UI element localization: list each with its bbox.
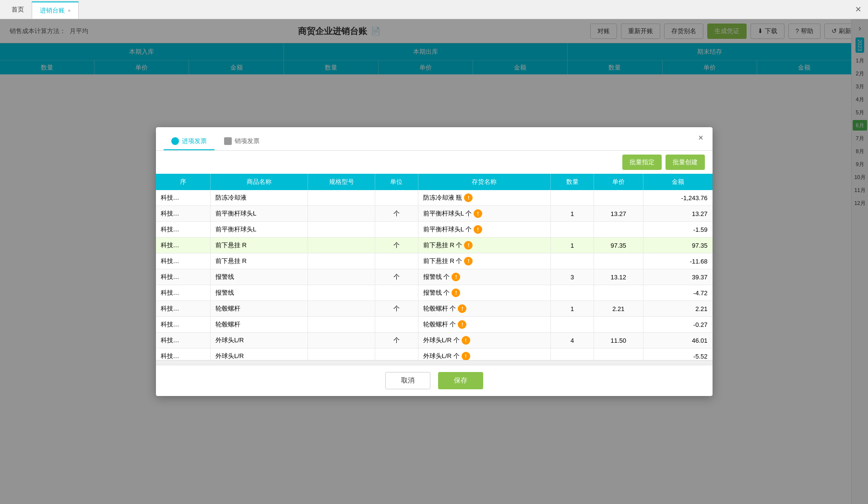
modal-toolbar: 批量指定 批量创建 [156, 151, 713, 174]
tab-ledger-close[interactable]: × [68, 8, 71, 13]
warning-icon: ! [462, 336, 470, 345]
cell-qty [551, 285, 594, 301]
cell-company: 科技… [156, 333, 211, 348]
table-row: 科技… 轮毂螺杆 个 轮毂螺杆 个! 1 2.21 2.21 [156, 301, 713, 317]
cell-price: 97.35 [594, 238, 643, 253]
cell-inventory: 前平衡杆球头L 个! [418, 206, 550, 222]
cell-product: 前平衡杆球头L [210, 206, 308, 222]
sales-invoice-icon [224, 137, 232, 145]
cell-company: 科技… [156, 285, 211, 301]
modal-tab-purchase-label: 进项发票 [182, 137, 207, 145]
modal-tab-purchase[interactable]: 进项发票 [164, 133, 214, 150]
purchase-invoice-icon [171, 137, 179, 145]
cell-amount: 46.01 [643, 333, 712, 348]
cell-spec [308, 190, 375, 206]
table-row: 科技… 报警线 个 报警线 个! 3 13.12 39.37 [156, 269, 713, 285]
table-header-row: 序 商品名称 规格型号 单位 存货名称 数量 单价 金额 [156, 174, 713, 190]
cell-amount: -1,243.76 [643, 190, 712, 206]
tab-ledger[interactable]: 进销台账 × [32, 1, 79, 19]
cell-inventory: 外球头L/R 个! [418, 348, 550, 360]
cell-amount: -11.68 [643, 253, 712, 269]
cell-company: 科技… [156, 269, 211, 285]
col-header-unit: 单位 [375, 174, 418, 190]
table-row: 科技… 前平衡杆球头L 前平衡杆球头L 个! -1.59 [156, 222, 713, 238]
cell-company: 科技… [156, 238, 211, 253]
cell-product: 外球头L/R [210, 333, 308, 348]
cell-inventory: 前下悬挂 R 个! [418, 253, 550, 269]
cell-qty: 1 [551, 206, 594, 222]
cell-spec [308, 206, 375, 222]
cancel-button[interactable]: 取消 [385, 372, 430, 389]
warning-icon: ! [474, 209, 482, 218]
cell-inventory: 报警线 个! [418, 269, 550, 285]
col-header-price: 单价 [594, 174, 643, 190]
cell-qty: 3 [551, 269, 594, 285]
col-header-company: 序 [156, 174, 211, 190]
warning-icon: ! [464, 241, 473, 250]
cell-product: 前平衡杆球头L [210, 222, 308, 238]
cell-spec [308, 301, 375, 317]
cell-inventory: 轮毂螺杆 个! [418, 301, 550, 317]
batch-create-button[interactable]: 批量创建 [666, 155, 705, 170]
col-header-amount: 金额 [643, 174, 712, 190]
cell-unit: 个 [375, 301, 418, 317]
cell-spec [308, 317, 375, 333]
warning-icon: ! [458, 304, 466, 313]
horizontal-scrollbar[interactable] [156, 360, 713, 365]
table-row: 科技… 报警线 报警线 个! -4.72 [156, 285, 713, 301]
warning-icon: ! [464, 193, 473, 202]
cell-unit [375, 222, 418, 238]
window-close-button[interactable]: ✕ [853, 4, 863, 14]
warning-icon: ! [464, 257, 473, 265]
cell-unit: 个 [375, 269, 418, 285]
modal-close-button[interactable]: × [695, 132, 707, 144]
cell-product: 防冻冷却液 [210, 190, 308, 206]
warning-icon: ! [458, 320, 466, 329]
warning-icon: ! [452, 288, 460, 297]
cell-inventory: 外球头L/R 个! [418, 333, 550, 348]
col-header-product: 商品名称 [210, 174, 308, 190]
cell-price: 2.21 [594, 301, 643, 317]
cell-price [594, 222, 643, 238]
table-row: 科技… 前下悬挂 R 个 前下悬挂 R 个! 1 97.35 97.35 [156, 238, 713, 253]
modal-table: 序 商品名称 规格型号 单位 存货名称 数量 单价 金额 科技… 防冻冷却液 [156, 174, 713, 360]
cell-inventory: 轮毂螺杆 个! [418, 317, 550, 333]
table-row: 科技… 外球头L/R 个 外球头L/R 个! 4 11.50 46.01 [156, 333, 713, 348]
cell-product: 报警线 [210, 269, 308, 285]
cell-amount: -1.59 [643, 222, 712, 238]
cell-company: 科技… [156, 317, 211, 333]
tab-bar: 首页 进销台账 × ✕ [0, 0, 868, 19]
modal-header: 进项发票 销项发票 × [156, 127, 713, 151]
cell-product: 轮毂螺杆 [210, 301, 308, 317]
save-button[interactable]: 保存 [438, 372, 483, 389]
col-header-inventory: 存货名称 [418, 174, 550, 190]
cell-price: 11.50 [594, 333, 643, 348]
cell-price: 13.12 [594, 269, 643, 285]
cell-unit: 个 [375, 238, 418, 253]
cell-unit: 个 [375, 333, 418, 348]
batch-assign-button[interactable]: 批量指定 [622, 155, 662, 170]
cell-company: 科技… [156, 301, 211, 317]
table-row: 科技… 前平衡杆球头L 个 前平衡杆球头L 个! 1 13.27 13.27 [156, 206, 713, 222]
cell-product: 前下悬挂 R [210, 238, 308, 253]
cell-company: 科技… [156, 206, 211, 222]
modal-footer: 取消 保存 [156, 365, 713, 396]
cell-qty: 4 [551, 333, 594, 348]
table-row: 科技… 前下悬挂 R 前下悬挂 R 个! -11.68 [156, 253, 713, 269]
cell-amount: -0.27 [643, 317, 712, 333]
cell-inventory: 防冻冷却液 瓶! [418, 190, 550, 206]
cell-price [594, 348, 643, 360]
cell-price [594, 285, 643, 301]
cell-price [594, 317, 643, 333]
cell-price [594, 253, 643, 269]
cell-amount: -4.72 [643, 285, 712, 301]
tab-home[interactable]: 首页 [4, 1, 32, 18]
cell-spec [308, 253, 375, 269]
cell-qty [551, 222, 594, 238]
modal-tab-sales[interactable]: 销项发票 [216, 133, 267, 150]
modal-tab-sales-label: 销项发票 [235, 137, 260, 145]
cell-qty [551, 348, 594, 360]
cell-unit: 个 [375, 206, 418, 222]
cell-amount: 97.35 [643, 238, 712, 253]
cell-qty: 1 [551, 238, 594, 253]
